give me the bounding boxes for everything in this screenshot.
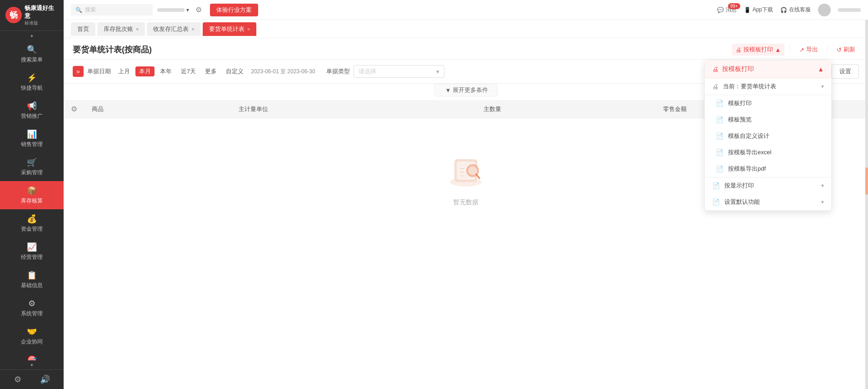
nav-label-6: 资金管理 xyxy=(21,225,43,233)
avatar-image xyxy=(818,4,831,16)
date-option-3[interactable]: 近7天 xyxy=(177,66,200,76)
date-option-1[interactable]: 本月 xyxy=(135,66,155,76)
nav-icon-0: 🔍 xyxy=(27,45,37,55)
sidebar-item-营销推广[interactable]: 📢营销推广 xyxy=(0,96,64,125)
template-items-section: 📄模板打印📄模板预览📄模板自定义设计📄按模板导出excel📄按模板导出pdf xyxy=(705,95,831,177)
messages-btn[interactable]: 💬 消息 99+ xyxy=(717,6,737,14)
template-item-3[interactable]: 📄按模板导出excel xyxy=(705,144,831,161)
search-box[interactable]: 🔍 搜索 xyxy=(71,4,153,15)
type-select[interactable]: 请选择 ▾ xyxy=(354,65,444,78)
item-icon-3: 📄 xyxy=(716,149,723,156)
item-icon-4: 📄 xyxy=(716,165,723,172)
table-settings-icon[interactable]: ⚙ xyxy=(71,105,77,113)
template-current-section: 🖨 当前：要货单统计表 ▾ xyxy=(705,78,831,95)
audio-bottom-icon[interactable]: 🔊 xyxy=(40,374,50,384)
tab-label-2: 收发存汇总表 xyxy=(153,25,189,33)
print-template-btn[interactable]: 🖨 按模板打印 ▲ xyxy=(732,44,784,56)
filter-expand-btn[interactable]: » xyxy=(73,66,84,77)
nav-icon-7: 📈 xyxy=(27,242,37,252)
export-btn[interactable]: ↗ 导出 xyxy=(796,44,822,56)
chevron-up-icon: ▲ xyxy=(775,46,781,53)
scrollbar-thumb xyxy=(865,167,868,195)
dropdown-label xyxy=(157,8,185,12)
expand-more-btn[interactable]: ▼ 展开更多条件 xyxy=(434,84,498,96)
date-option-0[interactable]: 上月 xyxy=(115,66,134,76)
user-avatar[interactable] xyxy=(818,4,831,16)
expand-arrow-icon: ▾ xyxy=(821,83,824,90)
sidebar-item-搜索菜单[interactable]: 🔍搜索菜单 xyxy=(0,40,64,68)
tab-close-3[interactable]: × xyxy=(247,26,250,32)
page-title: 要货单统计表(按商品) xyxy=(73,44,152,55)
template-arrow-item-0[interactable]: 📄按显示打印▾ xyxy=(705,177,831,194)
select-arrow-icon: ▾ xyxy=(436,68,439,75)
refresh-btn[interactable]: ↺ 刷新 xyxy=(833,44,859,56)
printer-icon: 🖨 xyxy=(736,46,742,53)
sidebar-scroll-down[interactable]: ▼ xyxy=(0,360,64,369)
template-item-2[interactable]: 📄模板自定义设计 xyxy=(705,128,831,144)
item-icon-0: 📄 xyxy=(716,100,723,107)
arrow-item-label-1: 设置默认功能 xyxy=(724,198,760,206)
tab-0[interactable]: 首页 xyxy=(71,22,95,36)
page-inner: 要货单统计表(按商品) 🖨 按模板打印 ▲ ↗ 导出 ↺ xyxy=(64,38,868,389)
col-header-unit: 主计量单位 xyxy=(231,100,476,118)
sidebar-item-经营管理[interactable]: 📈经营管理 xyxy=(0,237,64,266)
sidebar-item-采购管理[interactable]: 🛒采购管理 xyxy=(0,153,64,181)
tab-2[interactable]: 收发存汇总表× xyxy=(147,22,200,36)
topbar-dropdown[interactable]: ▾ xyxy=(157,7,189,13)
settings-bottom-icon[interactable]: ⚙ xyxy=(14,374,21,384)
search-icon: 🔍 xyxy=(75,7,82,13)
message-icon: 💬 xyxy=(717,7,724,13)
template-item-4[interactable]: 📄按模板导出pdf xyxy=(705,161,831,177)
sidebar-item-快捷导航[interactable]: ⚡快捷导航 xyxy=(0,68,64,96)
expand-icon: ▼ xyxy=(445,87,451,94)
right-scrollbar[interactable] xyxy=(865,20,868,389)
topbar-settings-icon[interactable]: ⚙ xyxy=(195,5,202,14)
nav-label-5: 库存核算 xyxy=(21,197,43,205)
nav-icon-2: 📢 xyxy=(27,101,37,111)
sidebar-item-库存核算[interactable]: 📦库存核算 xyxy=(0,181,64,209)
date-option-4[interactable]: 更多 xyxy=(201,66,220,76)
nav-label-3: 销售管理 xyxy=(21,141,43,148)
sidebar-item-基础信息[interactable]: 📋基础信息 xyxy=(0,266,64,294)
current-template-item[interactable]: 🖨 当前：要货单统计表 ▾ xyxy=(705,78,831,95)
app-icon: 📱 xyxy=(744,7,751,13)
nav-label-8: 基础信息 xyxy=(21,282,43,289)
template-dropdown-popup: 🖨 按模板打印 ▲ 🖨 当前：要货单统计表 ▾ xyxy=(704,60,832,211)
search-placeholder: 搜索 xyxy=(85,6,96,14)
sidebar-scroll-up[interactable]: ▲ xyxy=(0,31,64,40)
nav-icon-1: ⚡ xyxy=(27,73,37,83)
nav-label-10: 企业协同 xyxy=(21,338,43,346)
template-item-0[interactable]: 📄模板打印 xyxy=(705,95,831,111)
sidebar: 畅 畅康通好生意 标准版 ▲ 🔍搜索菜单⚡快捷导航📢营销推广📊销售管理🛒采购管理… xyxy=(0,0,64,389)
trial-button[interactable]: 体验行业方案 xyxy=(210,4,258,16)
online-service-btn[interactable]: 🎧 在线客服 xyxy=(780,6,811,14)
template-item-1[interactable]: 📄模板预览 xyxy=(705,111,831,128)
date-option-5[interactable]: 自定义 xyxy=(222,66,247,76)
sidebar-item-资金管理[interactable]: 💰资金管理 xyxy=(0,209,64,237)
nav-icon-8: 📋 xyxy=(27,270,37,280)
sidebar-item-企业协同[interactable]: 🤝企业协同 xyxy=(0,322,64,350)
nav-icon-9: ⚙ xyxy=(28,298,35,308)
nav-icon-10: 🤝 xyxy=(27,327,37,337)
sidebar-item-系统管理[interactable]: ⚙系统管理 xyxy=(0,294,64,322)
template-arrow-item-1[interactable]: 📄设置默认功能▾ xyxy=(705,194,831,210)
refresh-icon: ↺ xyxy=(837,46,842,53)
sidebar-item-新手引导[interactable]: 🎯新手引导 xyxy=(0,350,64,360)
sidebar-logo: 畅 畅康通好生意 标准版 xyxy=(0,0,64,31)
tab-close-2[interactable]: × xyxy=(191,26,194,32)
tab-1[interactable]: 库存批次账× xyxy=(97,22,145,36)
date-option-2[interactable]: 本年 xyxy=(156,66,175,76)
nav-label-7: 经营管理 xyxy=(21,253,43,261)
tab-close-1[interactable]: × xyxy=(136,26,139,32)
settings-filter-button[interactable]: 设置 xyxy=(832,64,859,79)
tab-label-1: 库存批次账 xyxy=(104,25,133,33)
sidebar-bottom: ⚙ 🔊 xyxy=(0,369,64,389)
item-label-4: 按模板导出pdf xyxy=(728,165,766,173)
template-dropdown-header[interactable]: 🖨 按模板打印 ▲ xyxy=(705,61,831,78)
sidebar-item-销售管理[interactable]: 📊销售管理 xyxy=(0,125,64,153)
sidebar-nav: 🔍搜索菜单⚡快捷导航📢营销推广📊销售管理🛒采购管理📦库存核算💰资金管理📈经营管理… xyxy=(0,40,64,360)
template-bottom-section: 📄按显示打印▾📄设置默认功能▾ xyxy=(705,177,831,211)
date-range-display: 2023-06-01 至 2023-06-30 xyxy=(251,68,315,76)
tab-3[interactable]: 要货单统计表× xyxy=(203,22,256,36)
app-download-btn[interactable]: 📱 App下载 xyxy=(744,6,773,14)
